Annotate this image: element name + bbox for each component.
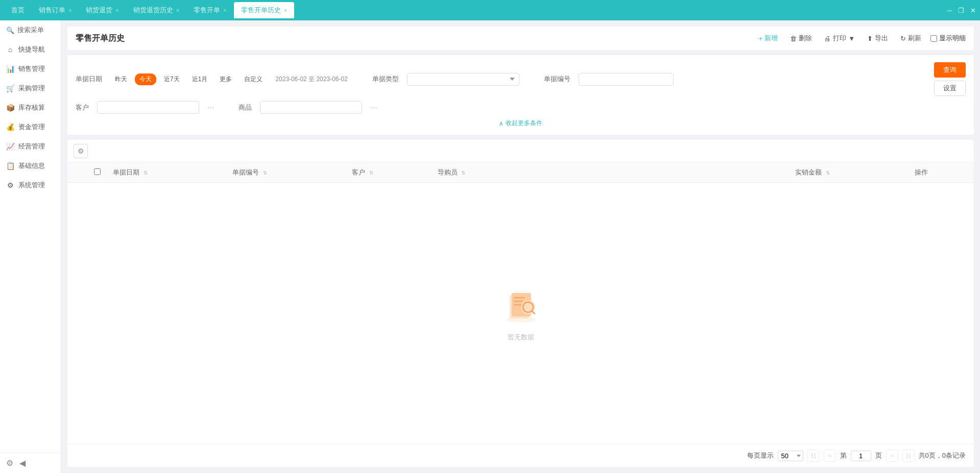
tab-home[interactable]: 首页: [4, 2, 32, 18]
sidebar-item-basic[interactable]: 📋 基础信息: [0, 156, 61, 176]
number-filter-input[interactable]: [579, 73, 674, 86]
sidebar-item-quicknav-label: 快捷导航: [18, 45, 45, 54]
date-btn-more[interactable]: 更多: [215, 73, 236, 85]
page-first-button[interactable]: ⟨⟨: [807, 450, 820, 462]
collapse-filter-button[interactable]: ∧ 收起更多条件: [76, 119, 966, 128]
type-select[interactable]: [407, 73, 519, 86]
add-button[interactable]: + 新增: [756, 32, 781, 45]
settings-button[interactable]: 设置: [934, 81, 966, 96]
query-buttons: 查询 设置: [934, 62, 966, 96]
date-btn-1month[interactable]: 近1月: [187, 73, 212, 85]
sidebar-item-quicknav[interactable]: ⌂ 快捷导航: [0, 40, 61, 59]
sidebar-item-purchase[interactable]: 🛒 采购管理: [0, 79, 61, 98]
date-btn-7days[interactable]: 近7天: [159, 73, 184, 85]
date-filter-label: 单据日期: [76, 74, 102, 84]
tab-return-history-close[interactable]: ×: [176, 7, 179, 13]
show-detail-toggle[interactable]: 显示明细: [930, 34, 966, 43]
finance-icon: 💰: [6, 123, 14, 131]
sort-number-icon: ⇅: [263, 170, 267, 176]
add-label: 新增: [764, 34, 778, 43]
tab-return-close[interactable]: ×: [115, 7, 118, 13]
th-salesperson[interactable]: 导购员 ⇅: [432, 163, 534, 183]
customer-filter-label: 客户: [76, 103, 89, 112]
page-label-first: 第: [840, 451, 847, 460]
tab-return[interactable]: 销货退货 ×: [79, 2, 126, 18]
sidebar-item-management[interactable]: 📈 经营管理: [0, 137, 61, 156]
goods-dots[interactable]: ···: [370, 103, 377, 112]
tab-sales-order-label: 销售订单: [39, 6, 65, 15]
type-select-wrapper: [407, 73, 519, 86]
customer-dots[interactable]: ···: [207, 103, 214, 112]
sidebar-item-basic-label: 基础信息: [18, 161, 45, 170]
sidebar-item-inventory[interactable]: 📦 库存核算: [0, 98, 61, 117]
th-customer[interactable]: 客户 ⇅: [346, 163, 432, 183]
tab-sales-order[interactable]: 销售订单 ×: [32, 2, 79, 18]
filter-area: 单据日期 昨天 今天 近7天 近1月 更多 自定义 2023-06-02 至 2…: [67, 55, 974, 135]
collapse-sidebar-button[interactable]: ◀: [19, 458, 26, 468]
tab-retail-history[interactable]: 零售开单历史 ×: [234, 2, 294, 18]
export-button[interactable]: ⬆ 导出: [864, 32, 891, 45]
tab-return-history[interactable]: 销货退货历史 ×: [126, 2, 186, 18]
print-icon: 🖨: [824, 35, 831, 42]
th-action: 操作: [909, 163, 974, 183]
export-label: 导出: [875, 34, 888, 43]
tab-retail-label: 零售开单: [194, 6, 220, 15]
select-all-checkbox[interactable]: [94, 168, 101, 175]
minimize-button[interactable]: ─: [947, 7, 952, 14]
main-layout: 🔍 搜索采单 ⌂ 快捷导航 📊 销售管理 🛒 采购管理 📦 库存核算 💰 资金管…: [0, 20, 980, 473]
page-next-button[interactable]: ＞: [886, 450, 898, 462]
th-number[interactable]: 单据编号 ⇅: [226, 163, 346, 183]
sort-amount-icon: ⇅: [826, 170, 830, 176]
page-size-select[interactable]: 10 20 50 100: [778, 451, 803, 461]
th-checkbox: [88, 163, 107, 183]
delete-label: 删除: [799, 34, 812, 43]
close-button[interactable]: ✕: [970, 7, 976, 14]
th-action-label: 操作: [915, 168, 928, 176]
date-btn-yesterday[interactable]: 昨天: [110, 73, 132, 85]
th-number-label: 单据编号: [232, 168, 259, 176]
sidebar-item-sales[interactable]: 📊 销售管理: [0, 59, 61, 79]
date-range-display: 2023-06-02 至 2023-06-02: [275, 75, 347, 84]
page-prev-button[interactable]: ＜: [824, 450, 836, 462]
sort-salesperson-icon: ⇅: [461, 170, 465, 176]
tab-return-history-label: 销货退货历史: [133, 6, 173, 15]
date-btn-custom[interactable]: 自定义: [240, 73, 267, 85]
customer-filter-input[interactable]: [97, 101, 199, 114]
empty-text: 暂无数据: [508, 333, 534, 342]
tab-sales-order-close[interactable]: ×: [68, 7, 71, 13]
tab-retail[interactable]: 零售开单 ×: [186, 2, 233, 18]
query-button[interactable]: 查询: [934, 62, 966, 78]
sidebar: 🔍 搜索采单 ⌂ 快捷导航 📊 销售管理 🛒 采购管理 📦 库存核算 💰 资金管…: [0, 20, 61, 473]
page-last-button[interactable]: ⟩⟩: [902, 450, 915, 462]
refresh-button[interactable]: ↻ 刷新: [897, 32, 924, 45]
tab-retail-close[interactable]: ×: [223, 7, 226, 13]
sidebar-search[interactable]: 🔍 搜索采单: [0, 20, 61, 40]
toolbar: + 新增 🗑 删除 🖨 打印 ▼ ⬆ 导出 ↻ 刷新: [756, 32, 966, 45]
collapse-label: 收起更多条件: [506, 119, 542, 128]
th-date[interactable]: 单据日期 ⇅: [107, 163, 226, 183]
date-filter-buttons: 昨天 今天 近7天 近1月 更多 自定义: [110, 73, 267, 85]
goods-filter-label: 商品: [238, 103, 252, 112]
sidebar-item-system[interactable]: ⚙ 系统管理: [0, 176, 61, 195]
page-header: 零售开单历史 + 新增 🗑 删除 🖨 打印 ▼ ⬆ 导出: [67, 27, 974, 50]
th-amount-label: 实销金额: [795, 168, 822, 176]
collapse-arrow-icon: ∧: [499, 120, 504, 127]
sidebar-item-finance[interactable]: 💰 资金管理: [0, 117, 61, 137]
show-detail-checkbox[interactable]: [930, 35, 937, 42]
th-salesperson-label: 导购员: [438, 168, 458, 176]
page-number-input[interactable]: [851, 451, 871, 461]
table-header-row: 单据日期 ⇅ 单据编号 ⇅ 客户 ⇅ 导购员 ⇅: [67, 163, 974, 183]
show-detail-label: 显示明细: [939, 34, 966, 43]
table-settings-icon[interactable]: ⚙: [74, 144, 88, 158]
settings-gear-icon[interactable]: ⚙: [6, 458, 13, 468]
restore-button[interactable]: ❐: [958, 7, 964, 14]
date-btn-today[interactable]: 今天: [135, 73, 156, 85]
goods-filter-input[interactable]: [260, 101, 362, 114]
tab-retail-history-close[interactable]: ×: [284, 7, 287, 13]
th-spacer: [534, 163, 789, 183]
th-amount[interactable]: 实销金额 ⇅: [789, 163, 909, 183]
table-header: 单据日期 ⇅ 单据编号 ⇅ 客户 ⇅ 导购员 ⇅: [67, 163, 974, 183]
delete-button[interactable]: 🗑 删除: [787, 32, 815, 45]
print-button[interactable]: 🖨 打印 ▼: [821, 32, 858, 45]
sort-date-icon: ⇅: [144, 170, 148, 176]
